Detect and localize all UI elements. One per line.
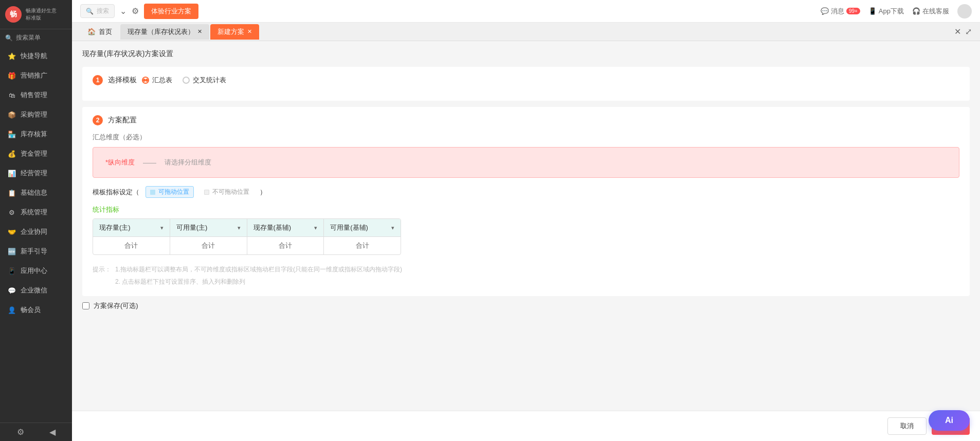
stats-col-1[interactable]: 可用量(主) ▾ <box>170 219 247 236</box>
tab-inventory[interactable]: 现存量（库存状况表） ✕ <box>120 24 209 40</box>
template-radio-group: 汇总表 交叉统计表 <box>142 76 226 85</box>
search-header-icon: 🔍 <box>86 8 94 15</box>
basic-icon: 📋 <box>7 188 16 197</box>
stats-table-header: 现存量(主) ▾ 可用量(主) ▾ 现存量(基辅) ▾ 可用量(基辅) ▾ <box>93 219 401 236</box>
tabs-bar: 🏠 首页 现存量（库存状况表） ✕ 新建方案 ✕ ✕ ⤢ <box>72 23 980 41</box>
radio-summary-circle <box>142 77 149 84</box>
template-settings-suffix: ） <box>260 188 266 197</box>
window-close-btn[interactable]: ✕ <box>954 27 961 36</box>
non-draggable-badge: 不可拖动位置 <box>200 187 253 197</box>
stats-cell-3: 合计 <box>324 237 401 254</box>
stats-col-0[interactable]: 现存量(主) ▾ <box>93 219 170 236</box>
app-download-action[interactable]: 📱 App下载 <box>868 7 904 16</box>
save-checkbox[interactable] <box>82 302 89 309</box>
header-gear-icon[interactable]: ⌄ <box>120 6 126 16</box>
sidebar-item-member[interactable]: 👤 畅会员 <box>0 300 72 320</box>
chevron-col1-icon: ▾ <box>238 225 241 231</box>
save-option-row: 方案保存(可选) <box>82 301 970 310</box>
chevron-col2-icon: ▾ <box>314 225 317 231</box>
window-expand-btn[interactable]: ⤢ <box>965 27 972 36</box>
wechat-icon: 💬 <box>7 286 16 295</box>
step1-section: 1 选择模板 汇总表 交叉统计表 <box>82 67 970 101</box>
tab-home[interactable]: 🏠 首页 <box>80 24 119 40</box>
stats-cell-1: 合计 <box>170 237 247 254</box>
page-content: 现存量(库存状况表)方案设置 1 选择模板 汇总表 交叉统计表 <box>72 41 980 411</box>
sidebar-item-enterprise[interactable]: 🤝 企业协同 <box>0 222 72 242</box>
dimension-required-text: *纵向维度 <box>105 158 135 167</box>
system-icon: ⚙ <box>7 208 16 217</box>
app-logo-text: 畅康通好生意 标准版 <box>26 7 57 22</box>
chevron-col3-icon: ▾ <box>391 225 394 231</box>
sales-icon: 🛍 <box>7 90 16 100</box>
sidebar-bottom: ⚙ ◀ <box>0 422 72 441</box>
dimension-placeholder: 请选择分组维度 <box>165 158 211 167</box>
stats-cell-2: 合计 <box>247 237 324 254</box>
quick-nav-icon: ⭐ <box>7 51 16 61</box>
top-search-box[interactable]: 🔍 搜索 <box>80 4 115 18</box>
sidebar-item-finance[interactable]: 💰 资金管理 <box>0 144 72 163</box>
top-header-left: 🔍 搜索 ⌄ ⚙ 体验行业方案 <box>80 4 198 19</box>
tips-section: 提示： 1.拖动标题栏可以调整布局，不可跨维度或指标区域拖动栏目字段(只能在同一… <box>93 263 959 288</box>
user-avatar[interactable] <box>957 4 972 19</box>
member-icon: 👤 <box>7 305 16 315</box>
step1-header: 1 选择模板 汇总表 交叉统计表 <box>93 75 959 85</box>
dimension-section-label: 汇总维度（必选） <box>93 133 959 142</box>
stats-col-3[interactable]: 可用量(基辅) ▾ <box>324 219 401 236</box>
business-icon: 📊 <box>7 169 16 178</box>
sidebar-item-basic[interactable]: 📋 基础信息 <box>0 183 72 203</box>
tip-item-0: 提示： 1.拖动标题栏可以调整布局，不可跨维度或指标区域拖动栏目字段(只能在同一… <box>93 263 959 275</box>
sidebar: 畅 畅康通好生意 标准版 🔍 搜索菜单 ⭐ 快捷导航 🎁 营销推广 🛍 销售管理… <box>0 0 72 441</box>
step1-badge: 1 <box>93 75 103 85</box>
template-settings-row: 模板指标设定（ 可拖动位置 不可拖动位置 ） <box>93 186 959 198</box>
tab-new-plan-close[interactable]: ✕ <box>247 28 252 35</box>
message-action[interactable]: 💬 消息 99+ <box>821 7 860 16</box>
settings-bottom-btn[interactable]: ⚙ <box>17 427 24 437</box>
sidebar-item-marketing[interactable]: 🎁 营销推广 <box>0 66 72 85</box>
stats-cell-0: 合计 <box>93 237 170 254</box>
sidebar-item-wechat[interactable]: 💬 企业微信 <box>0 281 72 300</box>
step2-title: 方案配置 <box>108 116 137 125</box>
tip-item-1: 提示： 2. 点击标题栏下拉可设置排序、插入列和删除列 <box>93 275 959 288</box>
search-placeholder-text: 搜索 <box>97 7 109 15</box>
dimension-separator: —— <box>143 159 156 167</box>
tab-inventory-close[interactable]: ✕ <box>197 28 202 35</box>
sidebar-item-business[interactable]: 📊 经营管理 <box>0 163 72 183</box>
footer-bar: 取消 查询 <box>72 411 980 441</box>
radio-cross-circle <box>183 77 190 84</box>
template-settings-label: 模板指标设定（ <box>93 188 139 197</box>
sidebar-item-sales[interactable]: 🛍 销售管理 <box>0 85 72 105</box>
trial-btn[interactable]: 体验行业方案 <box>144 4 198 19</box>
finance-icon: 💰 <box>7 149 16 158</box>
message-icon: 💬 <box>821 7 829 15</box>
online-service-action[interactable]: 🎧 在线客服 <box>912 7 949 16</box>
sidebar-item-app[interactable]: 📱 应用中心 <box>0 261 72 281</box>
dimension-area[interactable]: *纵向维度 —— 请选择分组维度 <box>93 147 959 178</box>
cancel-button[interactable]: 取消 <box>887 417 927 435</box>
guide-icon: 🆕 <box>7 247 16 256</box>
app-download-icon: 📱 <box>868 7 877 15</box>
stats-col-2[interactable]: 现存量(基辅) ▾ <box>247 219 324 236</box>
step2-badge: 2 <box>93 115 103 125</box>
radio-cross[interactable]: 交叉统计表 <box>183 76 226 85</box>
stats-table: 现存量(主) ▾ 可用量(主) ▾ 现存量(基辅) ▾ 可用量(基辅) ▾ <box>93 218 401 255</box>
app-icon: 📱 <box>7 266 16 275</box>
page-title: 现存量(库存状况表)方案设置 <box>82 49 970 59</box>
sidebar-search-menu[interactable]: 🔍 搜索菜单 <box>0 29 72 46</box>
headset-icon: 🎧 <box>912 7 920 15</box>
marketing-icon: 🎁 <box>7 71 16 80</box>
radio-summary[interactable]: 汇总表 <box>142 76 172 85</box>
save-option-label: 方案保存(可选) <box>94 301 138 310</box>
search-icon: 🔍 <box>5 34 13 42</box>
inventory-icon: 🏪 <box>7 130 16 139</box>
app-logo-icon: 畅 <box>5 6 22 23</box>
main-area: 🔍 搜索 ⌄ ⚙ 体验行业方案 💬 消息 99+ 📱 App下载 🎧 在线客服 <box>72 0 980 441</box>
sidebar-item-quick-nav[interactable]: ⭐ 快捷导航 <box>0 46 72 66</box>
tab-new-plan[interactable]: 新建方案 ✕ <box>210 24 259 40</box>
sidebar-item-system[interactable]: ⚙ 系统管理 <box>0 203 72 222</box>
sidebar-item-guide[interactable]: 🆕 新手引导 <box>0 242 72 261</box>
sidebar-item-inventory[interactable]: 🏪 库存核算 <box>0 124 72 144</box>
collapse-btn[interactable]: ◀ <box>49 427 56 437</box>
header-settings-icon[interactable]: ⚙ <box>132 6 139 16</box>
sidebar-item-purchase[interactable]: 📦 采购管理 <box>0 105 72 124</box>
ai-float-button[interactable]: Ai <box>929 410 970 431</box>
